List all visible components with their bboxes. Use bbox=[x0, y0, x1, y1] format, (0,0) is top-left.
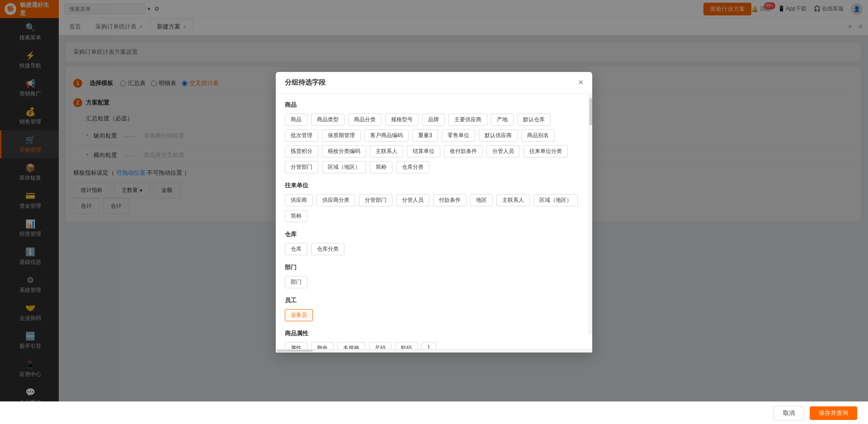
field-tag-0-25[interactable]: 仓库分类 bbox=[396, 161, 429, 173]
field-tag-1-8[interactable]: 简称 bbox=[285, 210, 307, 222]
field-tags-3: 部门 bbox=[285, 276, 583, 288]
modal-title: 分组待选字段 bbox=[285, 78, 326, 87]
field-tag-0-5[interactable]: 主要供应商 bbox=[448, 114, 487, 126]
field-group-title-2: 仓库 bbox=[285, 230, 583, 238]
field-group-0: 商品商品商品类型商品分类规格型号品牌主要供应商产地默认仓库批次管理保质期管理客户… bbox=[285, 101, 583, 173]
field-tag-1-4[interactable]: 付款条件 bbox=[433, 194, 467, 206]
horizontal-scrollbar[interactable] bbox=[276, 349, 592, 352]
scroll-thumb-h bbox=[277, 350, 313, 352]
field-tag-0-19[interactable]: 收付款条件 bbox=[444, 145, 483, 157]
field-tag-0-4[interactable]: 品牌 bbox=[422, 114, 445, 126]
field-tag-5-5[interactable]: 1 bbox=[421, 342, 436, 349]
field-tag-5-0[interactable]: 属性 bbox=[285, 342, 307, 349]
field-tag-0-7[interactable]: 默认仓库 bbox=[517, 114, 551, 126]
field-tag-0-2[interactable]: 商品分类 bbox=[348, 114, 382, 126]
field-tag-0-10[interactable]: 客户商品编码 bbox=[364, 129, 409, 142]
field-tag-2-1[interactable]: 仓库分类 bbox=[311, 243, 344, 255]
cancel-button[interactable]: 取消 bbox=[774, 406, 804, 420]
field-group-title-3: 部门 bbox=[285, 263, 583, 272]
field-tags-0: 商品商品类型商品分类规格型号品牌主要供应商产地默认仓库批次管理保质期管理客户商品… bbox=[285, 114, 583, 173]
field-tag-0-6[interactable]: 产地 bbox=[491, 114, 514, 126]
modal-close-button[interactable]: × bbox=[578, 78, 583, 86]
field-tag-0-0[interactable]: 商品 bbox=[285, 114, 307, 126]
field-tag-0-23[interactable]: 区域（地区） bbox=[322, 161, 366, 173]
field-tag-0-15[interactable]: 拣货积分 bbox=[285, 145, 318, 157]
field-tag-0-14[interactable]: 商品别名 bbox=[521, 129, 555, 142]
field-tag-1-0[interactable]: 供应商 bbox=[285, 194, 313, 206]
field-tag-1-5[interactable]: 地区 bbox=[470, 194, 493, 206]
field-tags-4: 业务员 bbox=[285, 309, 583, 321]
field-tags-5: 属性颜色多规格尺码鞋码1 bbox=[285, 342, 583, 349]
field-tag-4-0[interactable]: 业务员 bbox=[285, 309, 313, 321]
field-tag-0-21[interactable]: 往来单位分类 bbox=[524, 145, 568, 157]
field-group-4: 员工业务员 bbox=[285, 296, 583, 321]
scroll-thumb-v bbox=[590, 98, 592, 125]
save-button[interactable]: 保存并查询 bbox=[810, 406, 857, 420]
vertical-scrollbar[interactable] bbox=[589, 95, 592, 333]
field-tag-5-1[interactable]: 颜色 bbox=[311, 342, 334, 349]
field-tag-1-3[interactable]: 分管人员 bbox=[396, 194, 429, 206]
field-group-5: 商品属性属性颜色多规格尺码鞋码1 bbox=[285, 329, 583, 349]
modal-header: 分组待选字段 × bbox=[276, 72, 592, 94]
field-group-3: 部门部门 bbox=[285, 263, 583, 288]
field-tag-0-20[interactable]: 分管人员 bbox=[486, 145, 520, 157]
field-tag-0-16[interactable]: 税收分类编码 bbox=[322, 145, 366, 157]
field-tag-0-1[interactable]: 商品类型 bbox=[311, 114, 344, 126]
field-tag-0-24[interactable]: 简称 bbox=[370, 161, 392, 173]
modal-overlay: 分组待选字段 × 商品商品商品类型商品分类规格型号品牌主要供应商产地默认仓库批次… bbox=[0, 0, 868, 424]
field-tag-1-6[interactable]: 主联系人 bbox=[496, 194, 530, 206]
field-group-title-5: 商品属性 bbox=[285, 329, 583, 338]
field-tags-2: 仓库仓库分类 bbox=[285, 243, 583, 255]
field-tag-0-11[interactable]: 重量3 bbox=[412, 129, 438, 142]
modal-body: 商品商品商品类型商品分类规格型号品牌主要供应商产地默认仓库批次管理保质期管理客户… bbox=[276, 94, 592, 349]
field-tag-3-0[interactable]: 部门 bbox=[285, 276, 307, 288]
field-tag-0-12[interactable]: 零售单位 bbox=[442, 129, 475, 142]
field-tag-1-7[interactable]: 区域（地区） bbox=[533, 194, 578, 206]
field-select-modal: 分组待选字段 × 商品商品商品类型商品分类规格型号品牌主要供应商产地默认仓库批次… bbox=[276, 72, 592, 353]
field-tag-2-0[interactable]: 仓库 bbox=[285, 243, 307, 255]
field-group-title-1: 往来单位 bbox=[285, 181, 583, 190]
field-tag-0-17[interactable]: 主联系人 bbox=[370, 145, 403, 157]
field-group-1: 往来单位供应商供应商分类分管部门分管人员付款条件地区主联系人区域（地区）简称 bbox=[285, 181, 583, 222]
field-tag-0-13[interactable]: 默认供应商 bbox=[479, 129, 518, 142]
field-tag-0-22[interactable]: 分管部门 bbox=[285, 161, 318, 173]
field-tags-1: 供应商供应商分类分管部门分管人员付款条件地区主联系人区域（地区）简称 bbox=[285, 194, 583, 222]
field-tag-5-4[interactable]: 鞋码 bbox=[395, 342, 418, 349]
bottom-bar: 取消 保存并查询 bbox=[0, 401, 868, 424]
field-group-title-0: 商品 bbox=[285, 101, 583, 109]
field-group-2: 仓库仓库仓库分类 bbox=[285, 230, 583, 255]
field-tag-0-9[interactable]: 保质期管理 bbox=[322, 129, 361, 142]
field-tag-1-1[interactable]: 供应商分类 bbox=[316, 194, 355, 206]
field-tag-5-3[interactable]: 尺码 bbox=[369, 342, 392, 349]
field-tag-0-8[interactable]: 批次管理 bbox=[285, 129, 318, 142]
field-tag-0-3[interactable]: 规格型号 bbox=[385, 114, 419, 126]
field-group-title-4: 员工 bbox=[285, 296, 583, 305]
field-tag-0-18[interactable]: 结算单位 bbox=[407, 145, 440, 157]
field-tag-5-2[interactable]: 多规格 bbox=[337, 342, 365, 349]
field-tag-1-2[interactable]: 分管部门 bbox=[359, 194, 392, 206]
